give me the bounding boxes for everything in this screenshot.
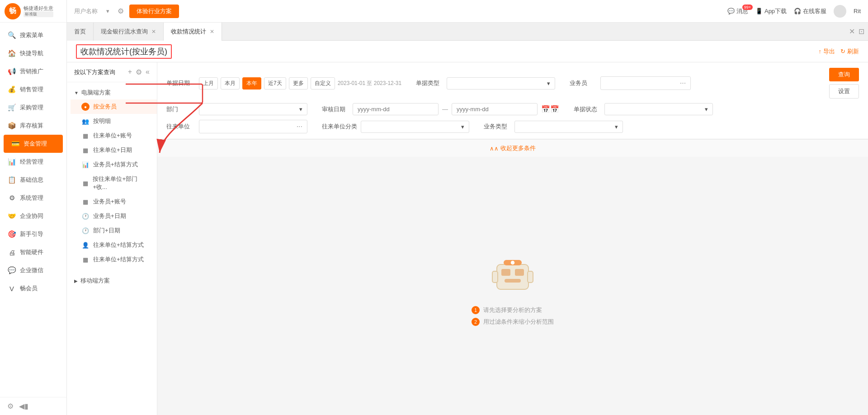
settings-footer-icon[interactable]: ⚙ <box>7 402 14 410</box>
scheme-icon: 🕐 <box>81 226 90 235</box>
scheme-item-by-detail[interactable]: 👥 按明细 <box>71 114 157 128</box>
filter-settings-button[interactable]: 设置 <box>829 84 859 99</box>
date-btn-more[interactable]: 更多 <box>289 77 308 90</box>
refresh-button[interactable]: ↻ 刷新 <box>840 47 859 56</box>
from-unit-class-select[interactable]: ▾ <box>361 121 469 133</box>
sidebar-item-hardware[interactable]: 🖨 智能硬件 <box>0 243 66 261</box>
hardware-icon: 🖨 <box>7 248 16 257</box>
review-date-start[interactable] <box>353 103 439 115</box>
tab-close-all-icon[interactable]: ✕ <box>849 27 855 36</box>
sidebar-item-operations[interactable]: 📊 经营管理 <box>0 153 66 171</box>
tab-maximize-icon[interactable]: ⊡ <box>859 27 864 36</box>
dept-select[interactable]: ▾ <box>199 103 307 115</box>
business-type-select[interactable]: ▾ <box>514 121 623 133</box>
sidebar-item-sales[interactable]: 💰 销售管理 <box>0 80 66 99</box>
sidebar-item-enterprise[interactable]: 🤝 企业协同 <box>0 207 66 225</box>
empty-hint-2: 2 用过滤条件来缩小分析范围 <box>472 318 554 326</box>
receipt-type-select[interactable]: ▾ <box>447 77 555 90</box>
tab-bank[interactable]: 现金银行流水查询 ✕ <box>94 23 164 41</box>
date-btn-last-month[interactable]: 上月 <box>199 77 218 90</box>
sidebar-item-system[interactable]: ⚙ 系统管理 <box>0 189 66 207</box>
desktop-section-header[interactable]: ▼ 电脑端方案 <box>67 86 157 99</box>
scheme-item-salesman-settlement[interactable]: 📊 业务员+结算方式 <box>71 157 157 172</box>
sidebar-item-search[interactable]: 🔍 搜索菜单 <box>0 26 66 44</box>
tab-receipt-close[interactable]: ✕ <box>210 28 214 35</box>
online-service-button[interactable]: 🎧 在线客服 <box>794 7 826 15</box>
mobile-section-arrow: ▶ <box>74 278 78 283</box>
scheme-item-by-salesman[interactable]: ● 按业务员 <box>71 99 157 114</box>
header-dropdown-icon[interactable]: ▾ <box>103 7 112 16</box>
sidebar-item-member[interactable]: V 畅会员 <box>0 279 66 297</box>
scheme-item-unit-settlement2[interactable]: ▦ 往来单位+结算方式 <box>71 252 157 267</box>
date-btn-this-month[interactable]: 本月 <box>221 77 240 90</box>
filter-row-3: 往来单位 ··· 往来单位分类 ▾ <box>166 120 859 133</box>
more-dots: ··· <box>297 123 302 131</box>
collapse-icon: ∧∧ <box>490 145 499 152</box>
sidebar-nav: 🔍 搜索菜单 🏠 快捷导航 📢 营销推广 💰 销售管理 🛒 采购管理 📦 库存核… <box>0 23 66 397</box>
date-btn-custom[interactable]: 自定义 <box>311 77 335 90</box>
message-badge: 99+ <box>742 5 753 10</box>
refresh-icon: ↻ <box>840 48 845 55</box>
query-actions: 查询 设置 <box>829 68 859 99</box>
add-scheme-button[interactable]: + <box>128 68 132 76</box>
basic-info-icon: 📋 <box>7 175 16 184</box>
scheme-icon: ▦ <box>81 255 90 264</box>
marketing-icon: 📢 <box>7 67 16 76</box>
svg-rect-5 <box>528 271 533 283</box>
tab-receipt[interactable]: 收款情况统计 ✕ <box>164 23 222 41</box>
empty-robot-image <box>486 246 540 301</box>
scheme-item-salesman-date[interactable]: 🕐 业务员+日期 <box>71 209 157 223</box>
tab-controls: ✕ ⊡ <box>845 27 868 36</box>
svg-point-7 <box>510 260 515 265</box>
scheme-item-dept-date[interactable]: 🕐 部门+日期 <box>71 223 157 238</box>
collapse-sidebar-icon[interactable]: ◀▮ <box>19 402 28 410</box>
collapse-conditions-button[interactable]: ∧∧ 收起更多条件 <box>157 139 868 157</box>
review-date-section: 审核日期 — 📅 📅 <box>322 103 559 115</box>
header-right: 💬 消息 99+ 📱 App下载 🎧 在线客服 Rit <box>727 5 861 18</box>
user-avatar[interactable] <box>834 5 846 18</box>
sidebar-item-purchase[interactable]: 🛒 采购管理 <box>0 99 66 117</box>
left-panel: 按以下方案查询 + ⚙ « ▼ 电脑端方案 ● <box>67 62 157 415</box>
mobile-scheme-section: ▶ 移动端方案 <box>67 270 157 291</box>
query-button[interactable]: 查询 <box>829 68 859 81</box>
collapse-panel-button[interactable]: « <box>146 68 150 76</box>
receipt-type-section: 单据类型 ▾ <box>416 77 555 90</box>
sidebar-item-guide[interactable]: 🎯 新手引导 <box>0 225 66 243</box>
scheme-item-unit-account[interactable]: ▦ 往来单位+账号 <box>71 128 157 143</box>
date-btn-this-year[interactable]: 本年 <box>242 77 261 90</box>
messages-button[interactable]: 💬 消息 99+ <box>727 7 748 15</box>
trial-button[interactable]: 体验行业方案 <box>129 5 179 18</box>
system-icon: ⚙ <box>7 193 16 203</box>
status-arrow: ▾ <box>705 106 708 113</box>
sidebar-item-finance[interactable]: 💳 资金管理 <box>4 135 63 153</box>
finance-icon: 💳 <box>11 139 20 148</box>
scheme-item-unit-date[interactable]: ▦ 往来单位+日期 <box>71 143 157 157</box>
scheme-item-salesman-account[interactable]: ▦ 业务员+账号 <box>71 194 157 209</box>
sidebar-item-marketing[interactable]: 📢 营销推广 <box>0 62 66 80</box>
date-btn-7days[interactable]: 近7天 <box>264 77 286 90</box>
from-unit-label: 往来单位 <box>166 123 193 131</box>
export-button[interactable]: ↑ 导出 <box>819 47 835 56</box>
scheme-item-unit-dept[interactable]: ▦ 按往来单位+部门+收... <box>71 172 157 194</box>
sidebar-item-quick-nav[interactable]: 🏠 快捷导航 <box>0 44 66 62</box>
tab-bank-close[interactable]: ✕ <box>151 28 156 35</box>
tab-home[interactable]: 首页 <box>67 23 94 41</box>
sidebar-item-basic-info[interactable]: 📋 基础信息 <box>0 171 66 189</box>
receipt-status-select[interactable]: ▾ <box>604 103 713 115</box>
sales-icon: 💰 <box>7 85 16 94</box>
header-gear-icon[interactable]: ⚙ <box>118 7 124 15</box>
member-icon: V <box>7 284 16 293</box>
sidebar-item-wechat[interactable]: 💬 企业微信 <box>0 261 66 279</box>
calendar-icon[interactable]: 📅 <box>541 105 550 113</box>
calendar-icon2[interactable]: 📅 <box>550 105 559 113</box>
review-date-end[interactable] <box>452 103 538 115</box>
mobile-section-header[interactable]: ▶ 移动端方案 <box>67 274 157 288</box>
scheme-item-unit-settlement1[interactable]: 👤 往来单位+结算方式 <box>71 238 157 252</box>
app-download-button[interactable]: 📱 App下载 <box>755 7 787 15</box>
from-unit-select[interactable]: ··· <box>199 120 307 133</box>
app-logo-icon: 畅 <box>5 3 21 19</box>
sidebar-item-inventory[interactable]: 📦 库存核算 <box>0 117 66 135</box>
scheme-settings-button[interactable]: ⚙ <box>136 68 142 76</box>
content-layout: 按以下方案查询 + ⚙ « ▼ 电脑端方案 ● <box>67 62 868 415</box>
salesman-select[interactable]: ··· <box>600 76 691 90</box>
